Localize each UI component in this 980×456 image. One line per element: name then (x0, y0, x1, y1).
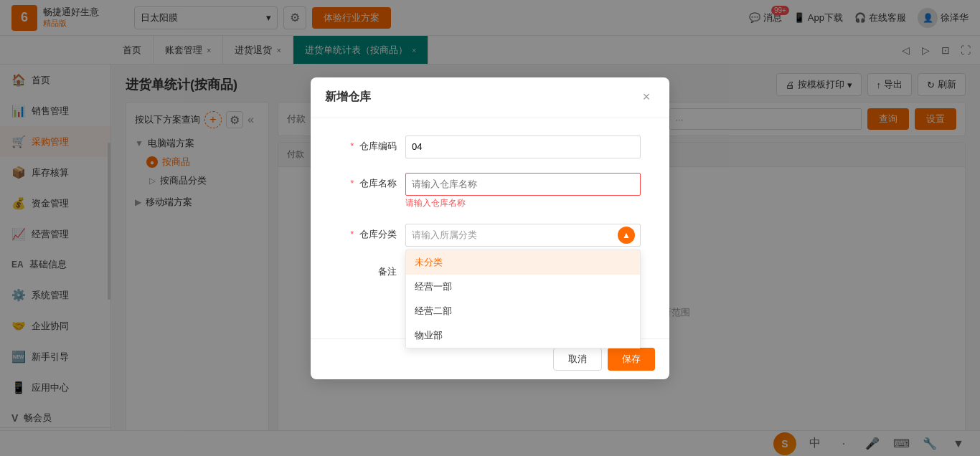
code-input-wrap (405, 136, 641, 158)
dropdown-item-dept2[interactable]: 经营二部 (406, 299, 640, 323)
modal-body: * 仓库编码 * 仓库名称 请输入仓库名称 (311, 118, 669, 338)
name-input-wrap: 请输入仓库名称 (405, 173, 641, 209)
save-btn[interactable]: 保存 (608, 348, 655, 371)
dropdown-item-property[interactable]: 物业部 (406, 323, 640, 348)
modal-title: 新增仓库 (325, 90, 371, 105)
modal-close-btn[interactable]: × (638, 89, 655, 106)
category-arrow-btn[interactable]: ▲ (618, 227, 635, 244)
dropdown-item-unclassified[interactable]: 未分类 (406, 250, 640, 275)
code-input[interactable] (405, 136, 641, 158)
modal-header: 新增仓库 × (311, 77, 669, 118)
modal-overlay[interactable]: 新增仓库 × * 仓库编码 * 仓库名称 (0, 0, 980, 456)
modal-dialog: 新增仓库 × * 仓库编码 * 仓库名称 (311, 77, 669, 379)
name-label: * 仓库名称 (339, 173, 397, 190)
cancel-btn[interactable]: 取消 (553, 348, 602, 371)
category-field-row: * 仓库分类 请输入所属分类 ▲ 未分类 经营一部 经营二部 物业部 (339, 224, 641, 247)
code-field-row: * 仓库编码 (339, 136, 641, 158)
code-label: * 仓库编码 (339, 136, 397, 153)
category-dropdown: 未分类 经营一部 经营二部 物业部 (405, 250, 641, 348)
notes-label: 备注 (339, 261, 397, 278)
category-input-wrap: 请输入所属分类 ▲ 未分类 经营一部 经营二部 物业部 (405, 224, 641, 247)
name-field-row: * 仓库名称 请输入仓库名称 (339, 173, 641, 209)
category-input[interactable]: 请输入所属分类 (405, 224, 641, 247)
name-input[interactable] (405, 173, 641, 196)
dropdown-item-dept1[interactable]: 经营一部 (406, 275, 640, 299)
name-error-text: 请输入仓库名称 (405, 197, 641, 209)
category-label: * 仓库分类 (339, 224, 397, 241)
